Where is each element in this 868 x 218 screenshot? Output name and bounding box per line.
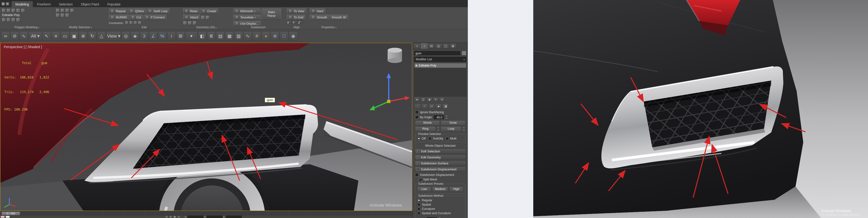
expand-icon[interactable]: + [416,162,420,165]
method-spatial-radio[interactable] [417,203,421,206]
preview-off-radio[interactable] [417,137,421,140]
ring-selection-icon[interactable] [70,8,74,12]
relax-button[interactable]: Relax [183,8,199,14]
time-slider-track[interactable]: 0 / 100 [0,211,412,215]
subdivision-displacement-checkbox[interactable] [415,173,418,177]
material-editor-icon[interactable]: ● [261,31,270,41]
selection-region-icon[interactable]: ▭ [61,31,69,41]
scene-explorer-icon[interactable]: ▦ [225,31,234,41]
group-label-edit[interactable]: Edit [107,26,181,29]
method-regular-radio[interactable] [417,198,421,202]
show-end-result-icon[interactable]: ▯ [420,97,426,102]
curve-editor-icon[interactable]: ∿ [243,31,252,41]
subdivision-surface-rollout[interactable]: + Subdivision Surface [414,160,466,166]
pin-ribbon-icon[interactable]: ▾ [6,2,9,6]
ring-button[interactable]: Ring [415,126,436,132]
bind-to-space-warp-icon[interactable]: ∿ [20,31,28,41]
use-pivot-center-icon[interactable]: ◎ [122,31,130,41]
mirror-icon[interactable]: ◧ [198,31,207,41]
modifier-stack[interactable]: ▣ Editable Poly [414,63,466,97]
ribbon-toggle-icon[interactable]: ▥ [234,31,243,41]
group-label-geometry[interactable]: Geometry (All)▾ [181,26,231,29]
preview-subobj-radio[interactable] [428,137,432,140]
named-selection-sets-icon[interactable]: ⊞ [176,31,185,41]
object-name-field[interactable]: gum [414,51,460,55]
group-label-modify-selection[interactable]: Modify Selection▾ [54,26,107,29]
grow-selection-icon[interactable] [56,8,60,12]
angle-snap-icon[interactable]: ∠ [149,31,158,41]
schematic-view-icon[interactable]: # [252,31,261,41]
split-mesh-checkbox[interactable] [418,178,422,181]
group-label-subdivision[interactable]: Subdivision [231,26,285,29]
collapse-icon[interactable] [192,21,197,25]
msmooth-button[interactable]: MSmooth▾ [233,8,261,14]
render-setup-icon[interactable]: ⊛ [271,31,279,41]
shrink-button[interactable]: Shrink [415,120,440,125]
constraint-edge-icon[interactable] [129,21,133,25]
cap-poly-icon[interactable] [201,15,205,20]
select-by-name-icon[interactable]: ≡ [52,31,60,41]
y-coordinate-field[interactable] [207,216,222,218]
ring-spinner[interactable]: ▴▾ [437,126,440,131]
utilities-tab-icon[interactable]: ⊠ [450,43,456,48]
window-crossing-icon[interactable]: ▣ [70,31,79,41]
hierarchy-tab-icon[interactable]: ⊟ [428,43,435,48]
maxscript-listener-row[interactable] [5,216,10,218]
smooth-button[interactable]: Smooth [310,14,329,20]
cut-button[interactable]: Cut [129,14,143,20]
grid-snap-status-icon[interactable]: ▦ [173,215,177,218]
tab-object-paint[interactable]: Object Paint [77,1,103,7]
ignore-backfacing-checkbox[interactable] [415,110,418,114]
preset-high-button[interactable]: High [450,187,463,192]
hard-button[interactable]: Hard [310,8,325,14]
select-and-link-icon[interactable]: ∞ [1,31,10,41]
motion-tab-icon[interactable]: ◎ [435,43,442,48]
tab-freeform[interactable]: Freeform [33,1,55,7]
select-object-icon[interactable]: ↖ [42,31,51,41]
editable-poly-label[interactable]: Editable Poly [2,13,20,17]
group-label-properties[interactable]: Properties▾ [308,26,350,29]
object-color-swatch[interactable] [462,51,466,56]
pconnect-button[interactable]: P Connect [144,14,166,20]
vertex-subobject-icon[interactable]: ∙ [414,104,421,109]
by-angle-value[interactable]: 45.0 [434,115,444,119]
rendered-frame-icon[interactable]: □ [280,31,288,41]
preset-medium-button[interactable]: Medium [432,187,448,192]
collapse-stack-icon[interactable] [11,18,16,22]
previous-modifier-icon[interactable] [16,18,20,22]
steps-value[interactable]: 1 [427,217,437,218]
selection-filter-dropdown[interactable]: All ▾ [29,31,42,41]
ring-grow-icon[interactable] [60,13,64,17]
render-production-icon[interactable]: ◉ [289,31,298,41]
edge-mode-icon[interactable] [6,8,10,12]
select-and-rotate-icon[interactable]: ↻ [88,31,97,41]
method-curvature-radio[interactable] [417,207,421,211]
create-button[interactable]: Create [200,8,218,14]
percent-snap-icon[interactable]: % [158,31,167,41]
shrink-selection-icon[interactable] [60,8,64,12]
select-and-manipulate-icon[interactable]: ◈ [131,31,139,41]
pin-stack-icon[interactable] [2,18,6,22]
group-label-align[interactable]: Align [285,26,308,29]
attach-button[interactable]: Attach [183,14,200,20]
element-mode-icon[interactable] [21,8,25,12]
qslice-button[interactable]: QSlice [128,8,146,14]
preview-multi-radio[interactable] [445,137,449,140]
steps-spinner[interactable]: ▴▾ [438,217,441,218]
selection-lock-icon[interactable]: ⊡ [165,215,168,218]
tessellate-button[interactable]: Tessellate▾ [233,14,261,20]
to-view-button[interactable]: To View [287,8,306,14]
maxscript-mini-listener[interactable] [0,216,5,218]
quadrify-icon[interactable] [206,15,210,20]
show-end-result-icon[interactable] [6,18,10,22]
modifier-list-dropdown[interactable]: Modifier List▾ [414,57,466,62]
remove-modifier-icon[interactable]: × [433,97,439,102]
loop-selection-icon[interactable] [65,8,69,12]
collapse-icon[interactable]: − [416,168,420,171]
constraint-none-icon[interactable] [125,21,128,25]
polygon-subobject-icon[interactable]: ▰ [435,104,442,109]
loop-spinner[interactable]: ▴▾ [462,126,465,131]
viewport-label[interactable]: Perspective ] [ Shaded ] [4,45,42,49]
loop-grow-icon[interactable] [56,13,60,17]
align-x-button[interactable]: X [287,21,291,23]
